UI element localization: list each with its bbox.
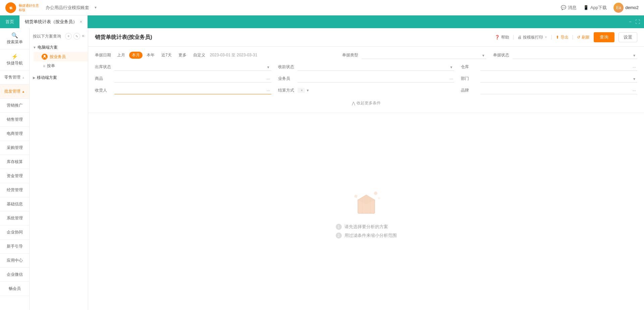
help-label: 帮助 — [501, 35, 509, 40]
sidebar-item-operations[interactable]: 经营管理 — [0, 183, 29, 197]
tab-home[interactable]: 首页 — [0, 15, 19, 28]
search-icon: 🔍 — [3, 32, 26, 39]
receiver-more-icon[interactable]: ··· — [267, 88, 270, 93]
sidebar-item-purchase[interactable]: 采购管理 — [0, 141, 29, 155]
payment-tag-close[interactable]: × — [301, 89, 303, 92]
panel-add-button[interactable]: + — [65, 33, 72, 40]
doc-status-label: 单据状态 — [493, 52, 510, 58]
settings-button[interactable]: 设置 — [619, 32, 637, 42]
sidebar-item-ecommerce[interactable]: 电商管理 — [0, 127, 29, 141]
date-tab-this-year[interactable]: 本年 — [144, 52, 157, 59]
refresh-button[interactable]: ↺ 刷新 — [577, 35, 590, 40]
tab-sales-stats[interactable]: 销货单统计表（按业务员） × — [19, 15, 88, 28]
sidebar-item-wholesale[interactable]: 批发管理 ▲ — [0, 85, 29, 99]
salesperson-input[interactable] — [298, 75, 454, 83]
goods-label: 商品 — [95, 76, 112, 82]
sidebar-item-ecommerce-label: 电商管理 — [7, 131, 23, 136]
warehouse-input[interactable] — [480, 63, 637, 71]
help-button[interactable]: ❓ 帮助 — [495, 35, 509, 40]
export-label: 导出 — [560, 35, 569, 40]
sidebar-item-search[interactable]: 🔍 搜索菜单 — [0, 28, 29, 49]
filter-goods-field: 商品 ··· — [95, 75, 271, 83]
out-status-input[interactable] — [114, 63, 271, 71]
sidebar-item-inventory-label: 库存核算 — [7, 159, 23, 164]
panel-collapse-button[interactable]: « — [82, 33, 85, 40]
export-button[interactable]: ⬆ 导出 — [556, 35, 569, 40]
wholesale-dropdown-icon: ▲ — [22, 90, 25, 93]
salesperson-more-icon[interactable]: ··· — [449, 76, 453, 81]
user-area[interactable]: Ea demo2 — [613, 3, 639, 13]
date-tabs: 上月 本月 本年 近7天 更多 自定义 — [114, 52, 208, 59]
sidebar-item-basic-info[interactable]: 基础信息 — [0, 197, 29, 211]
scheme-item-by-salesperson[interactable]: 按业务员 — [34, 52, 88, 61]
sidebar-item-wechat[interactable]: 企业微信 — [0, 268, 29, 282]
collapse-filters-button[interactable]: ⋀ 收起更多条件 — [95, 98, 637, 108]
mobile-group-title[interactable]: ▶ 移动端方案 — [30, 73, 88, 82]
dept-input[interactable] — [480, 75, 637, 83]
sidebar-item-app-center-label: 应用中心 — [7, 258, 23, 263]
svg-point-9 — [378, 197, 380, 199]
receiver-input[interactable] — [114, 87, 271, 94]
date-tab-this-month[interactable]: 本月 — [129, 52, 143, 59]
print-label: 按模板打印 — [523, 35, 543, 40]
date-tab-custom[interactable]: 自定义 — [191, 52, 208, 59]
filter-warehouse-field: 仓库 ··· — [461, 63, 637, 71]
scheme-item-by-order[interactable]: ≡ 按单 — [34, 61, 88, 70]
collect-status-input[interactable] — [298, 63, 454, 71]
date-tab-last-month[interactable]: 上月 — [114, 52, 128, 59]
filter-collect-status-field: 收款状态 ▼ — [278, 63, 454, 71]
doc-type-input[interactable] — [362, 51, 486, 59]
app-title-dropdown-icon[interactable]: ▼ — [94, 6, 97, 9]
date-tab-last-7[interactable]: 近7天 — [159, 52, 174, 59]
app-download-button[interactable]: 📱 App下载 — [583, 5, 607, 11]
desktop-group-title[interactable]: ▼ 电脑端方案 — [30, 43, 88, 52]
page-actions: ❓ 帮助 🖨 按模板打印 ▼ ⬆ 导出 — [495, 32, 637, 42]
sidebar-item-finance[interactable]: 资金管理 — [0, 169, 29, 183]
payment-control: × ▼ — [298, 88, 454, 93]
sidebar-item-app-center[interactable]: 应用中心 — [0, 254, 29, 268]
out-status-label: 出库状态 — [95, 64, 112, 70]
sidebar-item-member-label: 畅会员 — [9, 286, 21, 291]
sidebar-item-member[interactable]: 畅会员 — [0, 282, 29, 296]
brand-more-icon[interactable]: ··· — [633, 88, 636, 93]
dept-label: 部门 — [461, 76, 478, 82]
main-layout: 🔍 搜索菜单 ⚡ 快捷导航 零售管理 ▲ 批发管理 ▲ 营销推广 销售管理 电商… — [0, 28, 644, 310]
empty-tip-1: 1 请先选择要分析的方案 — [336, 224, 397, 230]
tab-close-icon[interactable]: × — [80, 19, 82, 24]
sidebar-item-sales-mgmt-label: 销售管理 — [7, 117, 23, 122]
action-divider-2 — [551, 35, 552, 40]
goods-more-icon[interactable]: ··· — [267, 76, 270, 81]
sidebar-item-sales-mgmt[interactable]: 销售管理 — [0, 113, 29, 127]
sidebar-item-guide[interactable]: 新手引导 — [0, 240, 29, 254]
scheme-item-icon — [42, 54, 48, 60]
panel-edit-button[interactable]: ✎ — [73, 33, 80, 40]
help-icon: ❓ — [495, 35, 500, 40]
sidebar-item-purchase-label: 采购管理 — [7, 145, 23, 150]
sidebar-item-retail[interactable]: 零售管理 ▲ — [0, 70, 29, 85]
sidebar-item-system[interactable]: 系统管理 — [0, 211, 29, 225]
print-button[interactable]: 🖨 按模板打印 ▼ — [518, 35, 547, 40]
tip-2-text: 用过滤条件来缩小分析范围 — [344, 232, 397, 239]
collapse-icon: ⋀ — [352, 101, 355, 106]
svg-point-8 — [374, 192, 377, 195]
sidebar-item-marketing[interactable]: 营销推广 — [0, 99, 29, 113]
goods-input[interactable] — [114, 75, 271, 83]
header-left: 畅 畅捷通好生意 标版 办公用品行业模拟账套 ▼ — [5, 2, 97, 13]
filter-row-2: 出库状态 ▼ 收款状态 ▼ 仓库 — [95, 63, 637, 71]
brand-input[interactable] — [480, 87, 637, 94]
date-filter-control: 上月 本月 本年 近7天 更多 自定义 2023-03-01 至 2023-03… — [114, 52, 335, 59]
collect-status-control: ▼ — [298, 63, 454, 71]
sidebar-item-enterprise[interactable]: 企业协同 — [0, 225, 29, 240]
filter-row-4: 收货人 ··· 结算方式 × ▼ — [95, 87, 637, 94]
print-icon: 🖨 — [518, 35, 522, 40]
tab-minimize-button[interactable]: － — [628, 19, 633, 25]
date-tab-more[interactable]: 更多 — [176, 52, 189, 59]
sidebar-item-quick-nav[interactable]: ⚡ 快捷导航 — [0, 49, 29, 70]
warehouse-more-icon[interactable]: ··· — [633, 65, 636, 69]
query-button[interactable]: 查询 — [594, 32, 614, 42]
tab-maximize-button[interactable]: ⛶ — [635, 19, 640, 24]
filter-doc-status-field: 单据状态 ▼ — [493, 51, 637, 59]
message-button[interactable]: 💬 消息 — [561, 5, 577, 11]
sidebar-item-inventory[interactable]: 库存核算 — [0, 155, 29, 169]
doc-status-input[interactable] — [513, 51, 637, 59]
